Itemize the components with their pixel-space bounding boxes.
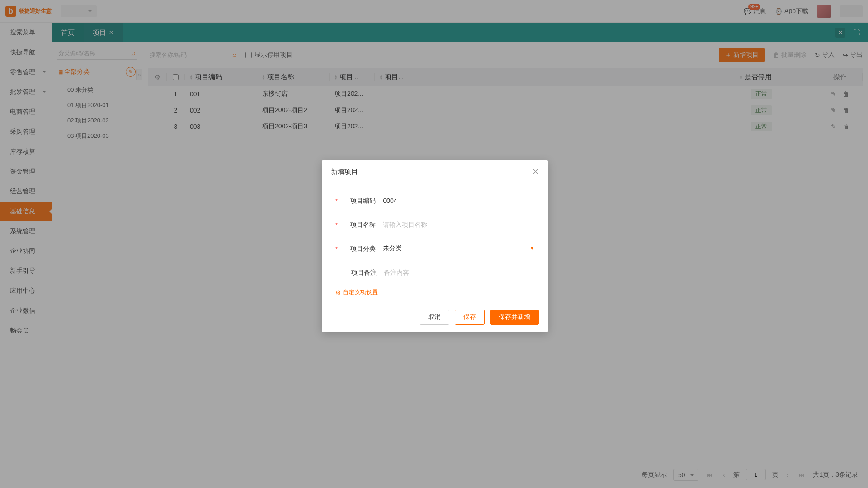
custom-fields-label: 自定义项设置 [343,288,378,296]
name-input[interactable] [382,218,534,231]
save-button[interactable]: 保存 [455,310,485,325]
code-label: 项目编码 [340,197,376,205]
remark-label: 项目备注 [340,269,377,277]
gear-icon: ⚙ [335,289,341,296]
field-name: * 项目名称 [335,218,534,231]
modal-close-icon[interactable]: ✕ [532,167,539,177]
required-icon: * [335,197,338,205]
remark-input[interactable] [383,266,534,279]
code-input[interactable] [382,194,534,207]
field-category: * 项目分类 ▾ [335,242,534,255]
modal-header: 新增项目 ✕ [322,160,548,183]
modal-title: 新增项目 [331,168,358,176]
category-select[interactable] [382,242,534,255]
cancel-button[interactable]: 取消 [420,310,449,325]
name-label: 项目名称 [340,221,376,229]
required-icon: * [335,245,338,253]
modal-footer: 取消 保存 保存并新增 [322,302,548,332]
required-icon: * [335,221,338,229]
field-code: * 项目编码 [335,194,534,207]
category-label: 项目分类 [340,245,376,253]
new-project-modal: 新增项目 ✕ * 项目编码 * 项目名称 * 项目分类 ▾ 项目备注 ⚙ [322,160,548,332]
field-remark: 项目备注 [335,266,534,279]
chevron-down-icon[interactable]: ▾ [531,245,533,251]
custom-fields-link[interactable]: ⚙ 自定义项设置 [335,288,534,296]
save-and-new-button[interactable]: 保存并新增 [490,310,539,325]
